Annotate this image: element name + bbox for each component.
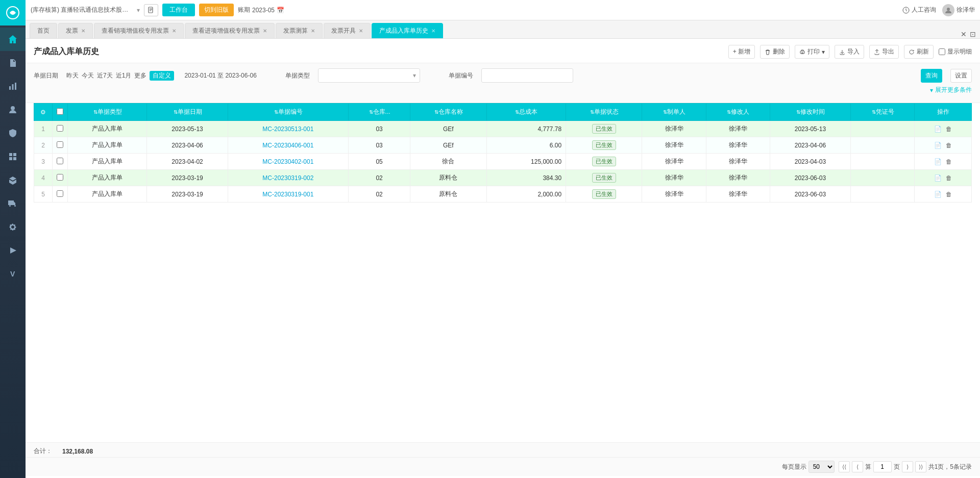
row-select-checkbox[interactable] (57, 174, 63, 181)
tab-expand[interactable]: ⊡ (970, 30, 976, 38)
select-all-checkbox[interactable] (57, 108, 63, 115)
date-link-custom[interactable]: 自定义 (150, 71, 174, 81)
date-link-1month[interactable]: 近1月 (116, 71, 132, 80)
refresh-button[interactable]: 刷新 (904, 45, 934, 59)
sidebar-item-chart[interactable] (0, 74, 26, 98)
app-logo[interactable] (0, 0, 26, 26)
delete-button[interactable]: 删除 (760, 45, 790, 59)
next-page-btn[interactable]: ⟩ (902, 461, 913, 472)
sidebar-item-v[interactable]: V (0, 262, 26, 286)
edit-icon[interactable]: 📄 (934, 142, 942, 149)
topbar: (库存核算) 直播轻讯通信息技术股份... ▾ 工作台 切到旧版 账期 2023… (26, 0, 980, 20)
show-detail-checkbox[interactable]: 显示明细 (939, 47, 972, 56)
row-number-link[interactable]: MC-20230406-001 (262, 142, 313, 149)
tab-invoice-issue-close[interactable]: ✕ (359, 28, 363, 34)
sidebar-item-document[interactable] (0, 51, 26, 74)
row-number-link[interactable]: MC-20230513-001 (262, 125, 313, 133)
sidebar-item-grid[interactable] (0, 145, 26, 168)
new-button[interactable]: + 新增 (728, 45, 755, 59)
tab-close-all[interactable]: ✕ (961, 30, 967, 38)
prev-page-btn[interactable]: ⟨ (852, 461, 863, 472)
tab-product-history[interactable]: 产成品入库单历史 ✕ (372, 23, 443, 38)
main-content: (库存核算) 直播轻讯通信息技术股份... ▾ 工作台 切到旧版 账期 2023… (26, 0, 980, 478)
sidebar-item-truck[interactable] (0, 192, 26, 215)
user-profile[interactable]: 徐泽华 (942, 4, 975, 16)
row-number-link[interactable]: MC-20230319-001 (262, 191, 313, 198)
date-link-more[interactable]: 更多 (134, 71, 146, 80)
print-label: 打印 (807, 47, 820, 56)
workbench-button[interactable]: 工作台 (162, 4, 195, 16)
first-page-btn[interactable]: ⟨⟨ (839, 461, 850, 472)
delete-row-icon[interactable]: 🗑 (946, 142, 952, 149)
th-date[interactable]: ⇅单据日期 (147, 104, 228, 121)
sidebar-item-user[interactable] (0, 98, 26, 121)
row-select-checkbox[interactable] (57, 190, 63, 197)
sidebar-item-box[interactable] (0, 168, 26, 192)
docnum-input[interactable] (481, 68, 573, 83)
tab-invoice-calc-close[interactable]: ✕ (311, 28, 315, 34)
doc-button[interactable] (144, 4, 158, 16)
th-warehouse-code[interactable]: ⇅仓库... (349, 104, 410, 121)
date-link-today[interactable]: 今天 (82, 71, 94, 80)
delete-row-icon[interactable]: 🗑 (946, 125, 952, 133)
delete-row-icon[interactable]: 🗑 (946, 191, 952, 198)
tab-invoice-issue[interactable]: 发票开具 ✕ (324, 23, 371, 38)
th-warehouse-name[interactable]: ⇅仓库名称 (410, 104, 486, 121)
tab-invoice[interactable]: 发票 ✕ (58, 23, 93, 38)
th-total-cost[interactable]: ⇅总成本 (486, 104, 566, 121)
th-status[interactable]: ⇅单据状态 (566, 104, 642, 121)
tab-sales-vat[interactable]: 查看销项增值税专用发票 ✕ (94, 23, 184, 38)
th-modifier[interactable]: ⇅修改人 (706, 104, 770, 121)
row-select-checkbox[interactable] (57, 125, 63, 132)
title-dropdown-icon[interactable]: ▾ (137, 7, 140, 14)
row-number-link[interactable]: MC-20230319-002 (262, 174, 313, 182)
sidebar-item-shield[interactable] (0, 121, 26, 145)
edit-icon[interactable]: 📄 (934, 158, 942, 165)
tab-invoice-calc[interactable]: 发票测算 ✕ (276, 23, 323, 38)
row-select-checkbox[interactable] (57, 158, 63, 164)
print-dropdown-icon[interactable]: ▾ (822, 48, 825, 56)
date-link-yesterday[interactable]: 昨天 (66, 71, 79, 80)
tab-input-vat[interactable]: 查看进项增值税专用发票 ✕ (185, 23, 275, 38)
print-button[interactable]: 打印 ▾ (795, 45, 829, 59)
th-modify-time[interactable]: ⇅修改时间 (770, 104, 850, 121)
show-detail-input[interactable] (939, 48, 945, 55)
user-service[interactable]: 人工咨询 (902, 6, 936, 14)
last-page-btn[interactable]: ⟩⟩ (915, 461, 926, 472)
edit-icon[interactable]: 📄 (934, 191, 942, 198)
svg-point-9 (9, 205, 11, 207)
tab-input-vat-close[interactable]: ✕ (263, 28, 267, 34)
delete-row-icon[interactable]: 🗑 (946, 174, 952, 182)
import-button[interactable]: 导入 (835, 45, 864, 59)
th-voucher[interactable]: ⇅凭证号 (851, 104, 915, 121)
edit-icon[interactable]: 📄 (934, 125, 942, 133)
period-switch-button[interactable]: 切到旧版 (199, 4, 234, 16)
date-link-7days[interactable]: 近7天 (97, 71, 113, 80)
row-number-link[interactable]: MC-20230402-001 (262, 158, 313, 165)
page-input[interactable] (873, 461, 892, 472)
delete-row-icon[interactable]: 🗑 (946, 158, 952, 165)
th-creator[interactable]: ⇅制单人 (642, 104, 706, 121)
export-button[interactable]: 导出 (869, 45, 899, 59)
sidebar-item-settings[interactable] (0, 215, 26, 239)
th-type[interactable]: ⇅单据类型 (68, 104, 147, 121)
row-creator: 徐泽华 (642, 170, 706, 186)
total-label: 合计： (34, 447, 52, 456)
sidebar-item-home[interactable] (0, 28, 26, 51)
tab-product-history-close[interactable]: ✕ (431, 28, 435, 34)
tab-invoice-close[interactable]: ✕ (81, 28, 85, 34)
calendar-icon[interactable]: 📅 (277, 7, 284, 14)
column-settings-icon[interactable]: ⚙ (40, 109, 46, 116)
docnum-filter-label: 单据编号 (449, 71, 473, 80)
edit-icon[interactable]: 📄 (934, 174, 942, 182)
type-select[interactable] (318, 68, 420, 83)
th-number[interactable]: ⇅单据编号 (228, 104, 348, 121)
per-page-select[interactable]: 50 100 200 (808, 461, 835, 473)
settings-button[interactable]: 设置 (950, 69, 972, 83)
tab-sales-vat-close[interactable]: ✕ (172, 28, 176, 34)
sidebar-item-play[interactable] (0, 239, 26, 262)
tab-home[interactable]: 首页 (30, 23, 57, 38)
search-button[interactable]: 查询 (921, 69, 942, 83)
expand-button[interactable]: ▾ 展开更多条件 (930, 86, 972, 94)
row-select-checkbox[interactable] (57, 141, 63, 148)
